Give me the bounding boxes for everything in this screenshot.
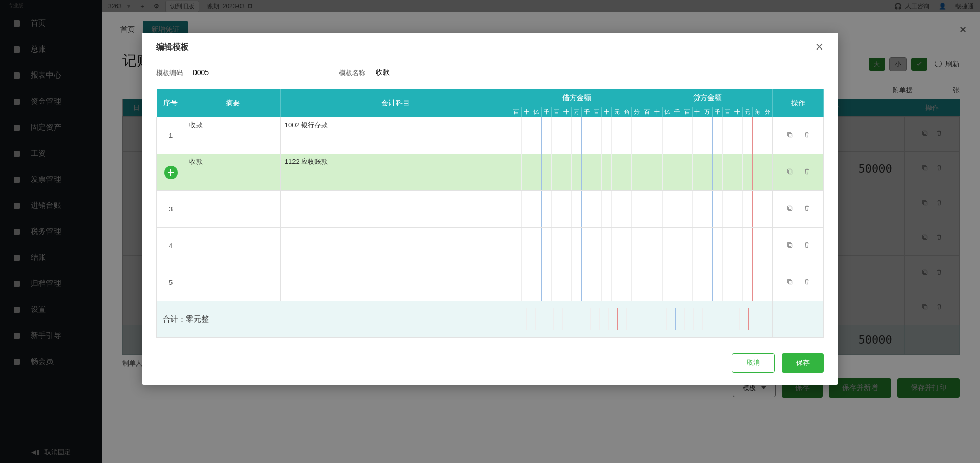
delete-icon[interactable] — [803, 167, 811, 177]
svg-rect-28 — [788, 170, 792, 174]
unit-credit-0: 百 — [642, 107, 652, 117]
total-label-cell: 合计：零元整 — [157, 301, 511, 338]
modal-overlay: 编辑模板 ✕ 模板编码 模板名称 序 — [0, 0, 980, 463]
modal-row-3[interactable]: 4 — [157, 228, 824, 264]
delete-icon[interactable] — [803, 278, 811, 287]
unit-credit-8: 百 — [722, 107, 732, 117]
unit-debit-9: 十 — [602, 107, 612, 117]
add-row-button[interactable] — [164, 166, 178, 179]
svg-rect-30 — [788, 207, 792, 210]
th-debit: 借方金额 — [511, 89, 642, 107]
delete-icon[interactable] — [803, 241, 811, 251]
svg-rect-33 — [787, 242, 791, 246]
unit-credit-7: 千 — [713, 107, 723, 117]
unit-debit-8: 百 — [592, 107, 602, 117]
delete-icon[interactable] — [803, 204, 811, 214]
cancel-button[interactable]: 取消 — [732, 353, 775, 373]
svg-rect-32 — [788, 243, 792, 247]
seq-cell: 5 — [157, 264, 185, 301]
credit-cell[interactable] — [642, 154, 773, 191]
modal: 编辑模板 ✕ 模板编码 模板名称 序 — [142, 33, 838, 385]
modal-title: 编辑模板 — [156, 42, 189, 53]
unit-credit-10: 元 — [743, 107, 753, 117]
unit-debit-2: 亿 — [531, 107, 542, 117]
svg-rect-26 — [788, 133, 792, 137]
th-ops: 操作 — [773, 89, 824, 117]
copy-icon[interactable] — [786, 131, 794, 140]
svg-rect-27 — [787, 132, 791, 136]
unit-credit-9: 十 — [732, 107, 743, 117]
modal-row-4[interactable]: 5 — [157, 264, 824, 301]
svg-rect-34 — [788, 280, 792, 284]
unit-debit-0: 百 — [511, 107, 521, 117]
modal-table: 序号 摘要 会计科目 借方金额 贷方金额 操作 百十亿千百十万千百十元角分百十亿… — [156, 89, 824, 338]
total-debit — [511, 301, 642, 338]
summary-cell[interactable] — [185, 191, 281, 228]
th-subject: 会计科目 — [280, 89, 511, 117]
unit-credit-1: 十 — [652, 107, 662, 117]
seq-cell: 4 — [157, 228, 185, 264]
subject-cell[interactable] — [280, 264, 511, 301]
total-credit — [642, 301, 773, 338]
unit-credit-4: 百 — [682, 107, 692, 117]
unit-credit-11: 角 — [752, 107, 763, 117]
modal-close[interactable]: ✕ — [815, 41, 824, 53]
credit-cell[interactable] — [642, 191, 773, 228]
summary-cell[interactable]: 收款 — [185, 154, 281, 191]
th-seq: 序号 — [157, 89, 185, 117]
debit-cell[interactable] — [511, 117, 642, 154]
unit-debit-5: 十 — [561, 107, 572, 117]
subject-cell[interactable]: 1002 银行存款 — [280, 117, 511, 154]
copy-icon[interactable] — [786, 241, 794, 251]
code-label: 模板编码 — [156, 68, 183, 78]
summary-cell[interactable] — [185, 228, 281, 264]
unit-debit-4: 百 — [551, 107, 561, 117]
copy-icon[interactable] — [786, 204, 794, 214]
unit-credit-12: 分 — [763, 107, 773, 117]
svg-rect-31 — [787, 206, 791, 209]
modal-row-0[interactable]: 1收款1002 银行存款 — [157, 117, 824, 154]
seq-cell: 3 — [157, 191, 185, 228]
name-input[interactable] — [374, 65, 481, 80]
th-summary: 摘要 — [185, 89, 281, 117]
seq-cell — [157, 154, 185, 191]
credit-cell[interactable] — [642, 264, 773, 301]
credit-cell[interactable] — [642, 117, 773, 154]
unit-credit-6: 万 — [702, 107, 713, 117]
seq-cell: 1 — [157, 117, 185, 154]
delete-icon[interactable] — [803, 131, 811, 140]
code-input[interactable] — [191, 65, 298, 80]
th-credit: 贷方金额 — [642, 89, 773, 107]
unit-credit-2: 亿 — [662, 107, 672, 117]
modal-row-2[interactable]: 3 — [157, 191, 824, 228]
modal-row-1[interactable]: 收款1122 应收账款 — [157, 154, 824, 191]
unit-debit-10: 元 — [611, 107, 622, 117]
unit-debit-7: 千 — [581, 107, 592, 117]
name-label: 模板名称 — [339, 68, 365, 78]
unit-debit-6: 万 — [572, 107, 582, 117]
svg-rect-35 — [787, 279, 791, 283]
subject-cell[interactable] — [280, 191, 511, 228]
summary-cell[interactable] — [185, 264, 281, 301]
debit-cell[interactable] — [511, 264, 642, 301]
copy-icon[interactable] — [786, 278, 794, 287]
unit-credit-3: 千 — [672, 107, 682, 117]
unit-debit-1: 十 — [521, 107, 531, 117]
copy-icon[interactable] — [786, 167, 794, 177]
debit-cell[interactable] — [511, 154, 642, 191]
unit-debit-3: 千 — [542, 107, 552, 117]
unit-debit-11: 角 — [622, 107, 632, 117]
svg-rect-29 — [787, 169, 791, 173]
unit-debit-12: 分 — [632, 107, 642, 117]
subject-cell[interactable] — [280, 228, 511, 264]
credit-cell[interactable] — [642, 228, 773, 264]
debit-cell[interactable] — [511, 191, 642, 228]
subject-cell[interactable]: 1122 应收账款 — [280, 154, 511, 191]
summary-cell[interactable]: 收款 — [185, 117, 281, 154]
debit-cell[interactable] — [511, 228, 642, 264]
unit-credit-5: 十 — [692, 107, 702, 117]
save-button[interactable]: 保存 — [782, 353, 824, 373]
